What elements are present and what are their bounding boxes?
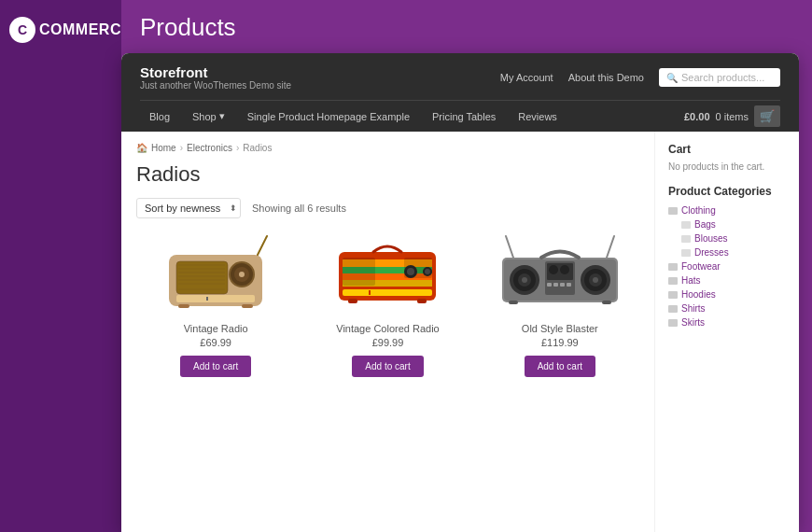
svg-rect-31 bbox=[348, 299, 357, 303]
cat-icon-footwear bbox=[668, 263, 678, 271]
about-demo-link[interactable]: About this Demo bbox=[568, 72, 644, 83]
search-icon: 🔍 bbox=[666, 73, 678, 83]
cat-label-blouses: Blouses bbox=[694, 233, 728, 244]
svg-point-42 bbox=[593, 277, 598, 283]
store-header: Storefront Just another WooThemes Demo s… bbox=[121, 53, 799, 132]
cat-shirts[interactable]: Shirts bbox=[668, 301, 786, 315]
sort-select[interactable]: Sort by newness bbox=[136, 198, 241, 218]
svg-rect-46 bbox=[560, 265, 569, 274]
category-title: Radios bbox=[136, 162, 639, 187]
store-name: Storefront bbox=[140, 64, 291, 80]
svg-point-30 bbox=[425, 269, 430, 274]
product-image-vintage-radio bbox=[150, 231, 281, 315]
cart-info: £0.00 0 items 🛒 bbox=[684, 105, 780, 127]
cart-empty-text: No products in the cart. bbox=[668, 161, 786, 172]
right-sidebar: Cart No products in the cart. Product Ca… bbox=[654, 132, 799, 532]
add-to-cart-btn-2[interactable]: Add to cart bbox=[352, 356, 423, 377]
svg-line-52 bbox=[607, 236, 614, 258]
product-price-3: £119.99 bbox=[541, 337, 579, 348]
sidebar: C COMMERCE bbox=[0, 0, 121, 532]
cat-icon-hats bbox=[668, 277, 678, 285]
cat-icon-dresses bbox=[681, 249, 691, 257]
home-icon: 🏠 bbox=[136, 143, 147, 153]
sort-wrap: Sort by newness bbox=[136, 198, 241, 218]
logo-icon: C bbox=[9, 17, 35, 43]
app-chrome: C COMMERCE Products Storefront Just anot… bbox=[0, 0, 812, 532]
svg-point-28 bbox=[407, 268, 414, 275]
cat-label-clothing: Clothing bbox=[681, 205, 716, 216]
cat-bags[interactable]: Bags bbox=[668, 217, 786, 231]
cart-items-label: 0 items bbox=[716, 111, 749, 122]
my-account-link[interactable]: My Account bbox=[500, 72, 553, 83]
breadcrumb-home[interactable]: Home bbox=[151, 143, 176, 153]
sidebar-logo: C COMMERCE bbox=[0, 0, 121, 60]
nav-single-product[interactable]: Single Product Homepage Example bbox=[238, 102, 419, 132]
svg-line-51 bbox=[506, 236, 513, 258]
nav-blog[interactable]: Blog bbox=[140, 102, 179, 132]
cat-label-dresses: Dresses bbox=[694, 247, 729, 258]
svg-rect-23 bbox=[343, 258, 375, 286]
cat-label-hats: Hats bbox=[681, 275, 701, 286]
top-bar: Products bbox=[121, 13, 799, 53]
cat-icon-bags bbox=[681, 221, 691, 229]
svg-rect-47 bbox=[547, 283, 552, 287]
product-grid: Vintage Radio £69.99 Add to cart bbox=[136, 231, 639, 377]
svg-rect-14 bbox=[206, 297, 208, 301]
cart-widget-title: Cart bbox=[668, 143, 786, 156]
svg-rect-25 bbox=[343, 289, 432, 296]
svg-rect-45 bbox=[549, 265, 558, 274]
cat-label-skirts: Skirts bbox=[681, 317, 705, 328]
cat-label-hoodies: Hoodies bbox=[681, 289, 716, 300]
product-price-1: £69.99 bbox=[200, 337, 231, 348]
cat-icon-clothing bbox=[668, 207, 678, 215]
breadcrumb-sep-2: › bbox=[236, 143, 239, 153]
cat-blouses[interactable]: Blouses bbox=[668, 231, 786, 245]
main-area: Products Storefront Just another WooThem… bbox=[121, 0, 812, 532]
svg-rect-26 bbox=[369, 290, 371, 295]
cat-label-bags: Bags bbox=[694, 219, 716, 230]
product-card-1: Vintage Radio £69.99 Add to cart bbox=[136, 231, 295, 377]
svg-rect-49 bbox=[560, 283, 565, 287]
categories-list: Clothing Bags Blouses Dresses bbox=[668, 203, 786, 329]
nav-shop-chevron: ▾ bbox=[219, 110, 225, 122]
page-content: 🏠 Home › Electronics › Radios Radios So bbox=[121, 132, 799, 532]
cat-clothing[interactable]: Clothing bbox=[668, 203, 786, 217]
product-card-3: Old Style Blaster £119.99 Add to cart bbox=[481, 231, 639, 377]
cat-skirts[interactable]: Skirts bbox=[668, 315, 786, 329]
cart-icon[interactable]: 🛒 bbox=[754, 105, 780, 127]
svg-rect-50 bbox=[567, 283, 571, 287]
cat-hats[interactable]: Hats bbox=[668, 273, 786, 287]
cat-footwear[interactable]: Footwear bbox=[668, 259, 786, 273]
svg-rect-16 bbox=[242, 304, 253, 308]
breadcrumb-electronics[interactable]: Electronics bbox=[187, 143, 232, 153]
search-placeholder: Search products... bbox=[681, 72, 764, 83]
main-column: 🏠 Home › Electronics › Radios Radios So bbox=[121, 132, 654, 532]
nav-pricing-tables[interactable]: Pricing Tables bbox=[423, 102, 505, 132]
results-count: Showing all 6 results bbox=[252, 203, 346, 214]
product-name-3: Old Style Blaster bbox=[522, 323, 598, 334]
store-nav: Blog Shop ▾ Single Product Homepage Exam… bbox=[140, 100, 780, 132]
cat-icon-shirts bbox=[668, 305, 678, 313]
cat-icon-skirts bbox=[668, 319, 678, 327]
logo-text: COMMERCE bbox=[39, 21, 132, 38]
cat-dresses[interactable]: Dresses bbox=[668, 245, 786, 259]
nav-shop[interactable]: Shop ▾ bbox=[183, 101, 234, 132]
cat-hoodies[interactable]: Hoodies bbox=[668, 287, 786, 301]
store-tagline: Just another WooThemes Demo site bbox=[140, 80, 291, 91]
product-name-2: Vintage Colored Radio bbox=[336, 323, 439, 334]
add-to-cart-btn-3[interactable]: Add to cart bbox=[525, 356, 595, 377]
svg-rect-48 bbox=[553, 283, 558, 287]
svg-rect-13 bbox=[176, 295, 255, 302]
breadcrumb-current: Radios bbox=[243, 143, 272, 153]
nav-reviews[interactable]: Reviews bbox=[509, 102, 567, 132]
cart-amount: £0.00 bbox=[684, 111, 710, 122]
nav-links: Blog Shop ▾ Single Product Homepage Exam… bbox=[140, 101, 567, 132]
add-to-cart-btn-1[interactable]: Add to cart bbox=[180, 356, 251, 377]
page-title: Products bbox=[140, 13, 236, 42]
store-header-actions: My Account About this Demo 🔍 Search prod… bbox=[500, 68, 780, 87]
search-box[interactable]: 🔍 Search products... bbox=[659, 68, 780, 87]
categories-widget-title: Product Categories bbox=[668, 185, 786, 198]
product-card-2: Vintage Colored Radio £99.99 Add to cart bbox=[308, 231, 467, 377]
cat-icon-hoodies bbox=[668, 291, 678, 299]
breadcrumb-sep-1: › bbox=[180, 143, 183, 153]
